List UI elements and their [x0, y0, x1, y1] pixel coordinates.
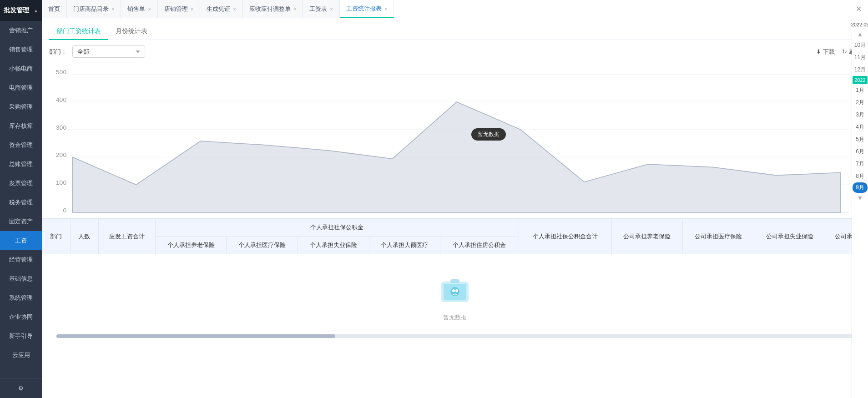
chart-area: 0 100 200 300 400 500 暂无数据	[42, 63, 868, 218]
settings-icon: ⚙	[18, 385, 24, 392]
tab-label: 首页	[48, 5, 60, 13]
sidebar-item-营销推广[interactable]: 营销推广	[0, 21, 42, 40]
tab-close-button[interactable]: ×	[191, 6, 193, 12]
chart-svg: 0 100 200 300 400 500	[49, 63, 861, 218]
toolbar-left: 部门： 全部	[49, 45, 145, 58]
h-scrollbar-thumb[interactable]	[56, 334, 335, 338]
col-company-medical: 公司承担医疗保险	[683, 219, 754, 254]
right-panel-month-10月[interactable]: 10月	[853, 39, 867, 51]
refresh-icon: ↻	[842, 48, 847, 55]
tab-工资表[interactable]: 工资表×	[303, 0, 339, 18]
empty-state: 暂无数据	[42, 254, 868, 331]
svg-text:0: 0	[63, 207, 66, 214]
right-panel-down-arrow[interactable]: ▼	[856, 193, 865, 203]
svg-text:500: 500	[56, 69, 67, 76]
tab-门店商品目录[interactable]: 门店商品目录×	[67, 0, 121, 18]
right-panel-month-7月[interactable]: 7月	[853, 158, 867, 170]
col-personal-major-medical: 个人承担大额医疗	[369, 237, 440, 254]
tab-销售单[interactable]: 销售单×	[121, 0, 157, 18]
tab-label: 门店商品目录	[73, 5, 109, 13]
svg-point-16	[455, 289, 458, 292]
tabs-container: 首页门店商品目录×销售单×店铺管理×生成凭证×应收应付调整单×工资表×工资统计报…	[42, 0, 394, 18]
tab-close-button[interactable]: ×	[293, 6, 296, 12]
right-panel-date: 2022.09	[850, 20, 868, 29]
sidebar-item-税务管理[interactable]: 税务管理	[0, 193, 42, 212]
right-panel-month-4月[interactable]: 4月	[853, 121, 867, 133]
empty-text: 暂无数据	[443, 313, 467, 322]
h-scrollbar-track[interactable]	[42, 331, 868, 343]
sidebar-collapse-icon[interactable]: ▲	[34, 8, 38, 13]
sub-tab-月份统计表[interactable]: 月份统计表	[108, 24, 155, 40]
right-panel-month-2月[interactable]: 2月	[853, 96, 867, 109]
col-personal-elderly: 个人承担养老保险	[155, 237, 227, 254]
download-icon: ⬇	[816, 48, 821, 55]
tab-label: 工资表	[309, 5, 327, 13]
sidebar-item-资金管理[interactable]: 资金管理	[0, 136, 42, 155]
tab-label: 工资统计报表	[346, 5, 382, 13]
tab-应收应付调整单[interactable]: 应收应付调整单×	[243, 0, 303, 18]
sidebar-item-系统管理[interactable]: 系统管理	[0, 288, 42, 307]
sidebar-header[interactable]: 批发管理 ▲	[0, 0, 42, 21]
sidebar-item-基础信息[interactable]: 基础信息	[0, 269, 42, 288]
right-panel-month-5月[interactable]: 5月	[853, 133, 867, 146]
window-close-button[interactable]: ✕	[849, 5, 868, 13]
sub-tab-部门工资统计表[interactable]: 部门工资统计表	[49, 24, 108, 40]
sidebar-item-库存核算[interactable]: 库存核算	[0, 116, 42, 136]
sidebar-item-经营管理[interactable]: 经营管理	[0, 250, 42, 269]
right-panel-month-6月[interactable]: 6月	[853, 146, 867, 158]
tab-bar: 首页门店商品目录×销售单×店铺管理×生成凭证×应收应付调整单×工资表×工资统计报…	[42, 0, 868, 18]
tab-close-button[interactable]: ×	[330, 6, 333, 12]
data-table: 部门 人数 应发工资合计 个人承担社保公积金 个人承担社保公积金合计 公司承担养…	[42, 218, 868, 254]
sidebar-item-小畅电商[interactable]: 小畅电商	[0, 59, 42, 78]
sub-tabs: 部门工资统计表月份统计表	[42, 18, 868, 40]
tab-首页[interactable]: 首页	[42, 0, 67, 18]
right-panel-up-arrow[interactable]: ▲	[856, 29, 865, 39]
right-panel-month-8月[interactable]: 8月	[853, 170, 867, 182]
col-salary: 应发工资合计	[98, 219, 155, 254]
tab-close-button[interactable]: ×	[233, 6, 236, 12]
sidebar-item-电商管理[interactable]: 电商管理	[0, 78, 42, 97]
h-scrollbar[interactable]	[56, 334, 853, 338]
tab-店铺管理[interactable]: 店铺管理×	[158, 0, 200, 18]
page-content: 部门工资统计表月份统计表 部门： 全部 ⬇ 下载 ↻ 刷新	[42, 18, 868, 398]
col-company-elderly: 公司承担养老保险	[611, 219, 683, 254]
tab-close-button[interactable]: ×	[148, 6, 151, 12]
sidebar-item-发票管理[interactable]: 发票管理	[0, 174, 42, 193]
tab-close-button[interactable]: ×	[384, 6, 387, 11]
sidebar-item-新手引导[interactable]: 新手引导	[0, 327, 42, 346]
sidebar-item-云应用[interactable]: 云应用	[0, 346, 42, 365]
sidebar-item-销售管理[interactable]: 销售管理	[0, 40, 42, 59]
svg-text:400: 400	[56, 96, 67, 103]
sidebar-title: 批发管理	[4, 6, 29, 15]
sidebar-item-固定资产[interactable]: 固定资产	[0, 212, 42, 231]
right-panel-month-3月[interactable]: 3月	[853, 109, 867, 121]
col-people: 人数	[70, 219, 98, 254]
col-group-personal: 个人承担社保公积金	[155, 219, 519, 237]
right-panel-month-12月[interactable]: 12月	[853, 64, 867, 76]
sidebar-item-采购管理[interactable]: 采购管理	[0, 97, 42, 116]
svg-text:300: 300	[56, 124, 67, 131]
svg-point-15	[452, 289, 455, 292]
right-panel-months: 10月11月12月20221月2月3月4月5月6月7月8月9月	[853, 39, 867, 193]
tab-label: 店铺管理	[164, 5, 188, 13]
col-dept: 部门	[42, 219, 71, 254]
dept-select[interactable]: 全部	[72, 45, 145, 58]
sidebar-item-企业协同[interactable]: 企业协同	[0, 307, 42, 327]
tab-工资统计报表[interactable]: 工资统计报表×	[340, 0, 394, 18]
tab-label: 销售单	[127, 5, 145, 13]
right-panel-month-9月[interactable]: 9月	[853, 182, 867, 193]
col-personal-unemploy: 个人承担失业保险	[298, 237, 369, 254]
dept-label: 部门：	[49, 48, 67, 56]
col-personal-medical: 个人承担医疗保险	[227, 237, 298, 254]
right-panel-month-1月[interactable]: 1月	[853, 84, 867, 96]
sidebar-footer-settings[interactable]: ⚙	[0, 378, 42, 398]
tab-生成凭证[interactable]: 生成凭证×	[200, 0, 242, 18]
tab-close-button[interactable]: ×	[111, 6, 114, 12]
tab-label: 应收应付调整单	[249, 5, 291, 13]
download-button[interactable]: ⬇ 下载	[816, 48, 835, 56]
right-panel-month-2022[interactable]: 2022	[853, 76, 867, 84]
svg-text:200: 200	[56, 152, 67, 159]
sidebar-item-总账管理[interactable]: 总账管理	[0, 155, 42, 174]
right-panel-month-11月[interactable]: 11月	[853, 51, 867, 64]
sidebar-item-工资[interactable]: 工资	[0, 231, 42, 250]
